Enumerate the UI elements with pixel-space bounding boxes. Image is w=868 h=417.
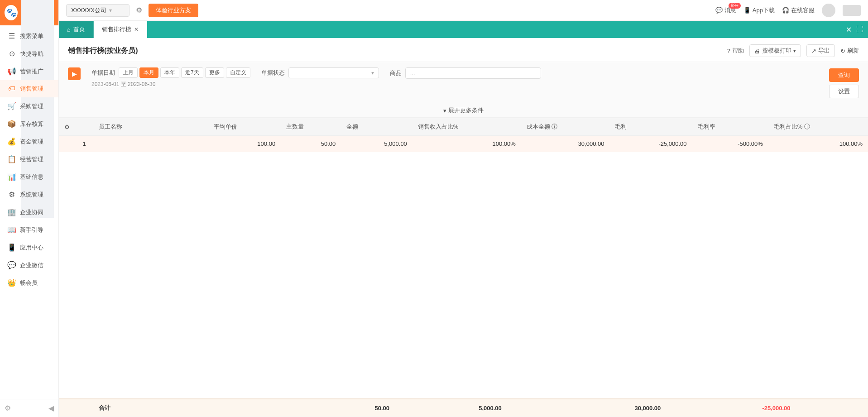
tab-home-label: 首页 [73,25,85,34]
filter-main-row: ▶ 单据日期 上月 本月 本年 近7天 更多 自定义 [59,62,868,104]
query-button[interactable]: 查询 [829,68,859,82]
guide-icon: 📖 [7,225,16,234]
sidebar-item-operations[interactable]: 📋 经营管理 [0,150,58,168]
tab-close-all-icon[interactable]: ✕ [846,25,852,34]
cell-cost: 30,000.00 [521,136,610,152]
filter-toggle-button[interactable]: ▶ [68,67,81,80]
sidebar-nav: ☰ 搜索菜单 ⊙ 快捷导航 📢 营销推广 🏷 销售管理 🛒 采购管理 📦 库存核… [0,25,58,399]
table-wrapper: ⚙ 员工名称 平均单价 主数量 全额 [59,118,868,398]
cell-gross-profit: -25,000.00 [609,136,692,152]
app-center-icon: 📱 [7,243,16,252]
column-settings-icon[interactable]: ⚙ [64,124,70,130]
online-service-area[interactable]: 🎧 在线客服 [782,6,815,14]
page-actions: ? 帮助 🖨 按模板打印 ▾ ↗ 导出 ↻ 刷新 [727,44,859,57]
col-header-avg-price: 平均单价 [208,118,281,136]
filter-actions: 查询 设置 [829,67,859,98]
goods-input[interactable]: ... [405,67,541,79]
sidebar-item-finance[interactable]: 💰 资金管理 [0,133,58,150]
date-range-text: 2023-06-01 至 2023-06-30 [91,81,250,88]
sidebar-item-purchase[interactable]: 🛒 采购管理 [0,97,58,115]
marketing-icon: 📢 [7,67,16,76]
home-icon: ⌂ [67,26,71,33]
sidebar-item-quick-nav[interactable]: ⊙ 快捷导航 [0,45,58,62]
refresh-button[interactable]: ↻ 刷新 [840,47,859,55]
sidebar-logo: 🐾 畅康通好生意 标准版 [0,0,58,25]
total-amount: 5,000.00 [395,399,507,417]
cell-gross-pct: 100.00% [768,136,868,152]
chevron-down-icon: ▾ [443,107,446,114]
online-service-label: 在线客服 [791,6,815,14]
filter-date-inline: 单据日期 上月 本月 本年 近7天 更多 自定义 [91,67,250,78]
col-header-cost: 成本全额 ⓘ [521,118,610,136]
page-content: 销售排行榜(按业务员) ? 帮助 🖨 按模板打印 ▾ ↗ 导出 ↻ 刷新 [59,38,868,417]
export-button[interactable]: ↗ 导出 [806,44,835,57]
sidebar-item-label: 营销推广 [20,67,43,76]
sidebar-item-app-center[interactable]: 📱 应用中心 [0,239,58,256]
sidebar-item-wechat[interactable]: 💬 企业微信 [0,256,58,274]
inventory-icon: 📦 [7,120,16,128]
finance-icon: 💰 [7,137,16,146]
col-header-gross-pct: 毛利占比% ⓘ [768,118,868,136]
date-btn-last-month[interactable]: 上月 [119,67,138,78]
col-header-quantity: 主数量 [281,118,341,136]
tab-close-icon[interactable]: ✕ [134,26,139,33]
message-area[interactable]: 💬 消息 99+ [715,6,736,14]
export-icon: ↗ [811,48,816,54]
cell-employee-name [93,136,208,152]
purchase-icon: 🛒 [7,102,16,110]
tab-home[interactable]: ⌂ 首页 [59,21,94,38]
col-header-rank [75,118,93,136]
sidebar-item-system[interactable]: ⚙ 系统管理 [0,186,58,203]
print-button[interactable]: 🖨 按模板打印 ▾ [749,44,801,57]
goods-input-placeholder: ... [410,70,415,77]
header-settings-icon[interactable]: ⚙ [136,6,142,14]
filter-status-inline: 单据状态 ▾ [261,67,379,78]
company-selector[interactable]: XXXXXX公司 ▾ [66,4,129,17]
app-download-label: App下载 [753,6,775,14]
app-download-area[interactable]: 📱 App下载 [743,6,775,14]
member-icon: 👑 [7,278,16,287]
date-btn-this-month[interactable]: 本月 [139,67,158,78]
sidebar-item-search-order[interactable]: ☰ 搜索菜单 [0,27,58,45]
tab-fullscreen-icon[interactable]: ⛶ [856,25,863,34]
date-btn-7days[interactable]: 近7天 [181,67,203,78]
sidebar-item-marketing[interactable]: 📢 营销推广 [0,62,58,80]
settings-button[interactable]: 设置 [829,85,859,98]
operations-icon: 📋 [7,155,16,163]
total-cost: 30,000.00 [543,399,667,417]
total-avg-price [274,399,310,417]
help-button[interactable]: ? 帮助 [727,47,744,55]
sidebar-settings-icon[interactable]: ⚙ [5,404,11,412]
total-quantity: 50.00 [310,399,395,417]
sidebar-item-inventory[interactable]: 📦 库存核算 [0,115,58,133]
help-icon: ? [727,48,730,54]
sidebar-item-label: 系统管理 [20,191,43,199]
expand-conditions-button[interactable]: ▾ 展开更多条件 [443,106,484,115]
sales-rank-table: ⚙ 员工名称 平均单价 主数量 全额 [59,118,868,152]
date-btn-custom[interactable]: 自定义 [226,67,250,78]
sidebar-item-label: 企业协同 [20,208,43,216]
trial-button[interactable]: 体验行业方案 [149,4,198,17]
sidebar-item-member[interactable]: 👑 畅会员 [0,274,58,292]
top-header: XXXXXX公司 ▾ ⚙ 体验行业方案 💬 消息 99+ 📱 App下载 🎧 在… [59,0,868,21]
date-btn-this-year[interactable]: 本年 [160,67,179,78]
user-avatar[interactable] [822,4,835,17]
sidebar-item-sales[interactable]: 🏷 销售管理 [0,80,58,97]
sidebar-item-label: 搜索菜单 [20,32,43,40]
print-chevron-icon: ▾ [793,48,796,54]
sales-icon: 🏷 [7,85,16,93]
sidebar-item-label: 新手引导 [20,226,43,234]
status-select[interactable]: ▾ [288,67,379,78]
filter-status-field: 单据状态 ▾ [261,67,379,78]
cell-amount: 5,000.00 [341,136,412,152]
total-table: 合计 50.00 5,000.00 30,000.00 [59,399,868,417]
tab-sales-rank[interactable]: 销售排行榜 ✕ [94,21,147,38]
chevron-down-icon: ▾ [371,70,374,76]
total-gross-rate [796,399,832,417]
col-header-settings[interactable]: ⚙ [59,118,75,136]
date-btn-more[interactable]: 更多 [205,67,224,78]
expand-row: ▾ 展开更多条件 [59,104,868,118]
sidebar-item-basic-info[interactable]: 📊 基础信息 [0,168,58,186]
cell-sales-pct: 100.00% [412,136,521,152]
sidebar-collapse-icon[interactable]: ◀ [48,404,54,412]
